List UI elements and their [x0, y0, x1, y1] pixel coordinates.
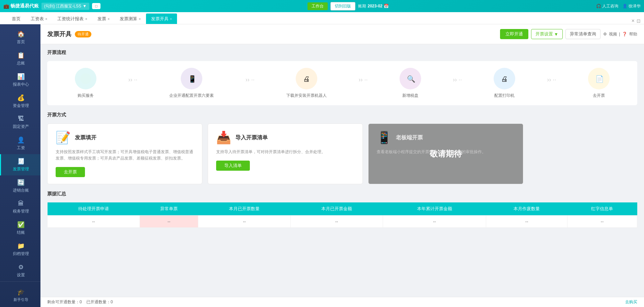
sidebar-label-ledger: 总账 — [17, 60, 25, 66]
step-add-taxbox[interactable]: 🔍 新增税盘 — [400, 68, 421, 99]
process-steps: 🛒 购买服务 ›› ·· 📱 企业开通配置开票六要素 ›› ·· — [47, 61, 637, 105]
opened-count: 已开通数量：0 — [86, 300, 113, 304]
boss-open-header: 📱 老板端开票 — [377, 131, 515, 145]
step-config-enterprise-icon: 📱 — [181, 68, 202, 89]
sidebar-item-report[interactable]: 📊 报表中心 — [0, 69, 40, 91]
go-open-button[interactable]: 去开票 — [56, 167, 85, 177]
step-buy-service[interactable]: 🛒 购买服务 — [75, 68, 96, 99]
abnormal-query-button[interactable]: 异常清单查询 — [565, 29, 601, 39]
page-right-tools: ⚙ 视频 | ❓ 帮助 — [603, 31, 637, 37]
calendar-icon: 📅 — [384, 4, 389, 8]
close-window-icon[interactable]: × — [632, 18, 635, 24]
tab-invoice[interactable]: 发票 × — [92, 13, 115, 24]
cell-monthly-count: -- — [198, 216, 291, 228]
go-buy-link[interactable]: 去购买 — [625, 299, 637, 305]
home-icon: 🏠 — [17, 30, 25, 38]
sidebar-item-ledger[interactable]: 📋 总账 — [0, 48, 40, 69]
help-label[interactable]: 帮助 — [629, 31, 637, 37]
svg-text:📄: 📄 — [595, 75, 604, 83]
page-title: 发票开具 — [47, 30, 71, 38]
tab-home[interactable]: 首页 — [7, 13, 26, 24]
step-config-printer[interactable]: 🖨 配置打印机 — [494, 68, 515, 99]
bottom-bar: 剩余可开通数量：0 已开通数量：0 去购买 — [40, 297, 644, 307]
sidebar-item-home[interactable]: 🏠 首页 — [0, 27, 40, 48]
manual-fill-desc: 支持按照发票样式手工填写开发票；可开具增值税电子普通发票、增值税普通发票、增值税… — [56, 149, 194, 162]
settlement-icon: ✅ — [17, 221, 25, 228]
sidebar-item-salary[interactable]: 👤 工资 — [0, 133, 40, 154]
top-bar-left: 💼 畅捷通易代账 (勾到) 江西服宝-LSS ▼ □ — [3, 3, 100, 10]
col-void-count: 本月作废数量 — [486, 202, 567, 216]
tab-invoice-calc[interactable]: 发票测算 × — [115, 13, 146, 24]
step-add-taxbox-label: 新增税盘 — [402, 93, 418, 99]
customer-service-btn[interactable]: 🎧 人工咨询 — [596, 3, 618, 9]
cell-yearly-amount: -- — [383, 216, 486, 228]
step-open-invoice-label: 去开票 — [593, 93, 605, 99]
col-pending: 待处理开票申请 — [48, 202, 140, 216]
step-open-invoice[interactable]: 📄 去开票 — [588, 68, 610, 99]
settings-icon: ⚙ — [18, 263, 24, 271]
step-config-printer-label: 配置打印机 — [494, 93, 515, 99]
close-invoice-open-tab-icon[interactable]: × — [170, 17, 172, 21]
sidebar-label-purchase-sale: 进销台账 — [13, 188, 29, 193]
sidebar-item-settings[interactable]: ⚙ 设置 — [0, 260, 40, 281]
maximize-window-icon[interactable]: ⊡ — [637, 18, 641, 24]
sidebar: 🏠 首页 📋 总账 📊 报表中心 💰 资金管理 🏗 固定资产 👤 工资 🧾 发票… — [0, 24, 40, 307]
close-salary-tab-icon[interactable]: × — [45, 17, 47, 21]
sidebar-item-invoice-mgmt[interactable]: 🧾 发票管理 — [0, 154, 40, 175]
sidebar-item-assets[interactable]: 🏗 固定资产 — [0, 112, 40, 133]
close-invoice-tab-icon[interactable]: × — [108, 17, 110, 21]
sidebar-label-assets: 固定资产 — [13, 124, 29, 130]
sidebar-item-guide[interactable]: 🎓 新手引导 — [0, 285, 40, 306]
step-download-robot[interactable]: 🖨 下载并安装开票机器人 — [286, 68, 327, 99]
salary-icon: 👤 — [17, 136, 25, 144]
cell-pending: -- — [48, 216, 140, 228]
nav-tabs: 首页 工资表 × 工资统计报表 × 发票 × 发票测算 × 发票开具 × × ⊡ — [0, 12, 644, 24]
top-bar: 💼 畅捷通易代账 (勾到) 江西服宝-LSS ▼ □ 工作台 切到旧版 账期 2… — [0, 0, 644, 12]
chevron-down-icon: ▼ — [554, 32, 558, 37]
copy-button[interactable]: □ — [92, 3, 100, 9]
tab-salary[interactable]: 工资表 × — [26, 13, 52, 24]
summary-table: 待处理开票申请 异常单票 本月已开票数量 本月已开票金额 本年累计开票金额 本月… — [47, 202, 637, 228]
open-settings-button[interactable]: 开票设置 ▼ — [531, 29, 563, 39]
manual-fill-header: 📝 发票填开 — [56, 131, 194, 145]
step-download-robot-label: 下载并安装开票机器人 — [286, 93, 327, 99]
content-body: 开票流程 🛒 购买服务 ›› ·· 📱 企业开通配置开票六要素 — [40, 44, 644, 297]
workspace-button[interactable]: 工作台 — [308, 2, 328, 10]
arrow-5: ›› ·· — [547, 76, 556, 90]
sidebar-bottom: 🎓 新手引导 👑 畅会员 📌 取消固定 — [0, 281, 40, 307]
user-profile-btn[interactable]: 👤 徐泽华 — [622, 3, 641, 9]
sidebar-item-member[interactable]: 👑 畅会员 — [0, 306, 40, 307]
step-config-printer-icon: 🖨 — [494, 68, 515, 89]
process-section-title: 开票流程 — [47, 50, 637, 56]
arrow-1: ›› ·· — [128, 76, 137, 90]
process-section: 开票流程 🛒 购买服务 ›› ·· 📱 企业开通配置开票六要素 — [47, 50, 637, 105]
tab-salary-label: 工资表 — [31, 16, 44, 22]
video-label[interactable]: 视频 — [609, 31, 617, 37]
sidebar-item-settlement[interactable]: ✅ 结账 — [0, 218, 40, 239]
period-selector[interactable]: 账期 2023-02 📅 — [358, 3, 389, 9]
old-version-button[interactable]: 切到旧版 — [330, 2, 355, 10]
import-list-title: 导入开票清单 — [235, 134, 268, 141]
svg-text:🖨: 🖨 — [303, 75, 310, 83]
help-icon: ❓ — [622, 32, 627, 36]
method-card-boss-open: 📱 老板端开票 查看老板端小程序提交的开票申请，并作出相应的审批操作。 敬请期待 — [368, 123, 523, 184]
close-invoice-calc-tab-icon[interactable]: × — [139, 17, 141, 21]
sidebar-label-report: 报表中心 — [13, 82, 29, 87]
sidebar-item-tax[interactable]: 🏛 税务管理 — [0, 197, 40, 218]
top-bar-center: 工作台 切到旧版 账期 2023-02 📅 — [308, 2, 389, 10]
import-list-button[interactable]: 导入清单 — [216, 161, 250, 171]
close-salary-report-tab-icon[interactable]: × — [85, 17, 87, 21]
step-config-enterprise[interactable]: 📱 企业开通配置开票六要素 — [169, 68, 214, 99]
tab-salary-report[interactable]: 工资统计报表 × — [52, 13, 92, 24]
purchase-sale-icon: 🔄 — [17, 179, 25, 186]
col-monthly-amount: 本月已开票金额 — [291, 202, 383, 216]
sidebar-item-funds[interactable]: 💰 资金管理 — [0, 91, 40, 112]
import-list-header: 📥 导入开票清单 — [216, 131, 354, 145]
methods-section: 开票方式 📝 发票填开 支持按照发票样式手工填写开发票；可开具增值税电子普通发票… — [47, 112, 637, 184]
open-now-button[interactable]: 立即开通 — [500, 29, 528, 39]
tab-invoice-open[interactable]: 发票开具 × — [146, 13, 177, 24]
app-name: 畅捷通易代账 — [10, 3, 39, 9]
sidebar-item-purchase-sale[interactable]: 🔄 进销台账 — [0, 175, 40, 197]
sidebar-item-archive[interactable]: 📁 归档管理 — [0, 239, 40, 260]
company-selector[interactable]: (勾到) 江西服宝-LSS ▼ — [41, 3, 89, 10]
